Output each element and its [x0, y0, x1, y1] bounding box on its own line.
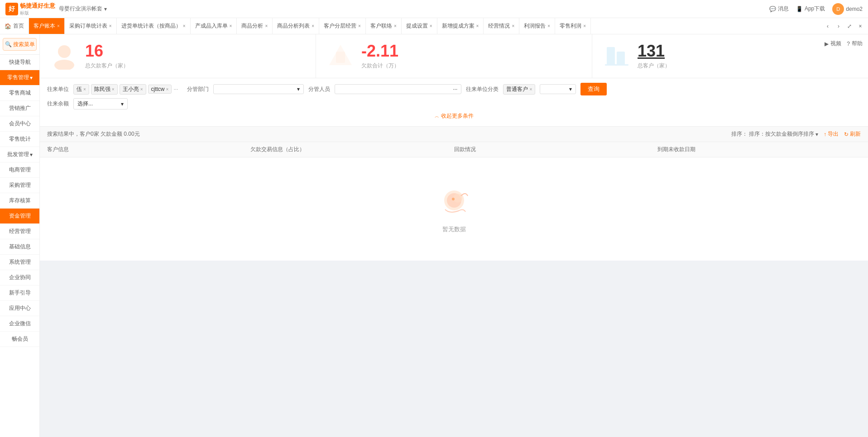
tab-purchase-goods-stats[interactable]: 进货单统计表（按商品） × [117, 18, 191, 34]
tab-controls: ‹ › ⤢ × [823, 21, 868, 31]
balance-filter-label: 往来余额 [47, 100, 69, 108]
sort-select[interactable]: 排序： 排序：按欠款金额倒序排序 [731, 130, 818, 138]
sidebar-item-marketing[interactable]: 营销推广 [0, 101, 39, 116]
sidebar-retail-label: 零售管理 [7, 74, 29, 81]
stat-customers-icon [51, 43, 78, 70]
header-right: 💬 消息 📱 App下载 D demo2 [769, 3, 863, 15]
tab-commission-label: 提成设置 [406, 22, 428, 30]
query-button[interactable]: 查询 [580, 83, 607, 95]
filter-row-2: 往来余额 选择... [47, 98, 861, 109]
tab-profit-close[interactable]: × [547, 24, 550, 28]
tab-operation-close[interactable]: × [512, 24, 514, 28]
sidebar-item-retail-stats[interactable]: 零售统计 [0, 132, 39, 147]
dept-select[interactable]: ▾ [213, 84, 304, 94]
refresh-btn[interactable]: ↻ 刷新 [844, 130, 861, 138]
filter-area: 往来单位 伍 × 陈民强 × 王小亮 × cjttcw [40, 78, 868, 127]
tab-customer-ledger[interactable]: 客户账本 × [29, 18, 65, 34]
sidebar-item-wholesale[interactable]: 批发管理 ▾ [0, 147, 39, 162]
tab-goods-list-close[interactable]: × [312, 24, 314, 28]
sidebar-item-operations[interactable]: 经营管理 [0, 224, 39, 239]
help-action[interactable]: ? 帮助 [847, 40, 863, 48]
sidebar-item-wechat[interactable]: 企业微信 [0, 316, 39, 332]
tab-retail-profit[interactable]: 零售利润 × [555, 18, 591, 34]
unit-tag-wu-remove[interactable]: × [83, 87, 86, 92]
svg-rect-3 [607, 47, 615, 65]
sidebar-item-finance[interactable]: 资金管理 [0, 209, 39, 224]
tab-add-commission-close[interactable]: × [476, 24, 479, 28]
col-due-date: 到期未收款日期 [657, 146, 861, 153]
tab-goods-analysis-close[interactable]: × [265, 24, 268, 28]
sidebar-item-purchase[interactable]: 采购管理 [0, 178, 39, 193]
sidebar-item-guide[interactable]: 新手引导 [0, 285, 39, 301]
sidebar-member-label: 会员中心 [9, 120, 31, 127]
tab-production-close[interactable]: × [230, 24, 232, 28]
export-btn[interactable]: ↑ 导出 [824, 130, 839, 138]
tab-commission-settings[interactable]: 提成设置 × [402, 18, 437, 34]
search-menu-label: 搜索菜单 [13, 41, 35, 48]
user-area[interactable]: D demo2 [832, 3, 863, 15]
app-download-action[interactable]: 📱 App下载 [796, 5, 825, 13]
tab-expand-btn[interactable]: ⤢ [844, 21, 854, 31]
collapse-btn[interactable]: 收起更多条件 [47, 112, 861, 120]
unit-tag-wang-remove[interactable]: × [140, 87, 143, 92]
sidebar-item-enterprise[interactable]: 企业协同 [0, 270, 39, 285]
sidebar-item-basic-info[interactable]: 基础信息 [0, 239, 39, 255]
logo-text: 畅捷通好生意 标版 [20, 2, 55, 16]
unit-class-normal-label: 普通客户 [506, 86, 528, 93]
main-layout: 🔍 搜索菜单 快捷导航 零售管理 ▾ 零售商城 营销推广 会员中心 零售统计 批… [0, 34, 868, 437]
chevron-wholesale-icon: ▾ [30, 152, 33, 158]
sidebar-item-ecommerce[interactable]: 电商管理 [0, 162, 39, 178]
search-menu-btn[interactable]: 🔍 搜索菜单 [3, 38, 37, 51]
unit-tag-chen-remove[interactable]: × [112, 87, 115, 92]
sidebar-item-quick-nav[interactable]: 快捷导航 [0, 55, 39, 70]
svg-point-9 [452, 198, 455, 200]
unit-class-normal-remove[interactable]: × [529, 87, 532, 92]
tab-customer-ledger-close[interactable]: × [57, 24, 60, 28]
col-repayment: 回款情况 [454, 146, 657, 153]
sidebar-item-member[interactable]: 会员中心 [0, 116, 39, 132]
tab-customer-layer[interactable]: 客户分层经营 × [319, 18, 366, 34]
unit-filter-more[interactable]: ··· [173, 86, 178, 92]
tab-profit-report[interactable]: 利润报告 × [519, 18, 555, 34]
sidebar-item-inventory[interactable]: 库存核算 [0, 193, 39, 209]
stat-debt-icon [327, 43, 354, 70]
stat-total-info: 131 总客户（家） [638, 43, 670, 70]
manager-filter-label: 分管人员 [308, 86, 330, 93]
dept-filter-label: 分管部门 [187, 86, 209, 93]
tab-purchase-close1[interactable]: × [109, 24, 112, 28]
video-action[interactable]: ▶ 视频 [825, 40, 841, 48]
tab-purchase-order-stats[interactable]: 采购订单统计表 × [65, 18, 117, 34]
tab-close-all-btn[interactable]: × [855, 21, 865, 31]
sidebar-item-app-center[interactable]: 应用中心 [0, 301, 39, 316]
tab-customer-ledger-label: 客户账本 [34, 22, 55, 30]
tab-goods-analysis[interactable]: 商品分析 × [237, 18, 273, 34]
tab-production-inbound[interactable]: 产成品入库单 × [191, 18, 237, 34]
app-name: 畅捷通好生意 [20, 2, 55, 10]
tab-purchase-goods-close[interactable]: × [183, 24, 186, 28]
sidebar-item-retail-mall[interactable]: 零售商城 [0, 86, 39, 101]
tab-customer-contact[interactable]: 客户联络 × [366, 18, 402, 34]
tab-home[interactable]: 🏠 首页 [0, 18, 29, 34]
message-label: 消息 [778, 5, 789, 13]
message-action[interactable]: 💬 消息 [769, 5, 789, 13]
tab-operation-status[interactable]: 经营情况 × [484, 18, 519, 34]
unit-class-select[interactable]: ▾ [540, 84, 576, 94]
sidebar-item-member-vip[interactable]: 畅会员 [0, 332, 39, 347]
sidebar-item-system[interactable]: 系统管理 [0, 255, 39, 270]
tab-retail-close[interactable]: × [583, 24, 586, 28]
manager-input[interactable]: ··· [335, 84, 461, 94]
svg-point-0 [58, 45, 71, 58]
balance-select[interactable]: 选择... [73, 98, 128, 109]
results-summary-text: 搜索结果中，客户0家 欠款金额 0.00元 [47, 131, 140, 137]
tab-goods-analysis-list[interactable]: 商品分析列表 × [273, 18, 319, 34]
tab-next-btn[interactable]: › [834, 21, 844, 31]
store-selector[interactable]: 母婴行业演示帐套 ▾ [59, 5, 107, 13]
tab-commission-close[interactable]: × [430, 24, 432, 28]
tab-prev-btn[interactable]: ‹ [823, 21, 833, 31]
filter-row-1: 往来单位 伍 × 陈民强 × 王小亮 × cjttcw [47, 83, 861, 95]
tab-customer-layer-close[interactable]: × [358, 24, 361, 28]
sidebar-item-retail[interactable]: 零售管理 ▾ [0, 70, 39, 86]
unit-tag-cjttcw-remove[interactable]: × [166, 87, 169, 92]
tab-add-commission[interactable]: 新增提成方案 × [437, 18, 484, 34]
tab-contact-close[interactable]: × [394, 24, 397, 28]
